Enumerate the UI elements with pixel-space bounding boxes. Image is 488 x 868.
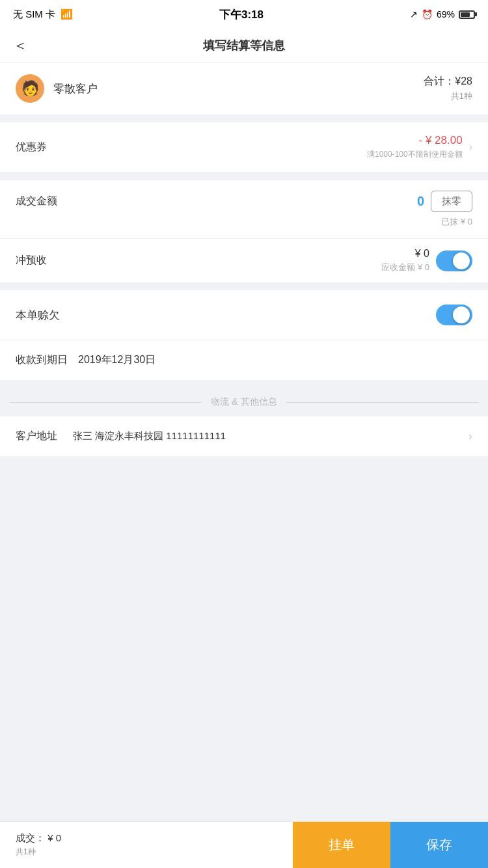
prepay-row: 冲预收 ¥ 0 应收金额 ¥ 0 [0, 238, 488, 282]
status-time: 下午3:18 [219, 7, 264, 22]
customer-total: 合计：¥28 共1种 [424, 75, 472, 102]
hold-button[interactable]: 挂单 [293, 822, 390, 869]
prepay-right: ¥ 0 应收金额 ¥ 0 [381, 248, 472, 273]
bottom-count: 共1种 [16, 847, 277, 858]
bottom-bar: 成交： ¥ 0 共1种 挂单 保存 [0, 821, 488, 868]
status-left: 无 SIM 卡 📶 [13, 8, 73, 21]
avatar: 🧑 [16, 74, 44, 103]
bottom-deal-text: 成交： ¥ 0 [16, 832, 277, 845]
credit-toggle-thumb [453, 306, 470, 323]
content-area: 🧑 零散客户 合计：¥28 共1种 优惠券 - ¥ 28.00 满1000-10… [0, 62, 488, 633]
battery-icon [459, 10, 475, 19]
logistics-line-right [286, 402, 479, 403]
transaction-right: 抹零 [372, 191, 472, 212]
divider-2 [0, 172, 488, 180]
prepay-toggle[interactable] [436, 251, 472, 271]
credit-row: 本单赊欠 [0, 290, 488, 340]
back-button[interactable]: ＜ [13, 38, 27, 53]
prepay-top: 冲预收 ¥ 0 应收金额 ¥ 0 [16, 248, 472, 273]
address-value: 张三 海淀永丰科技园 11111111111 [73, 430, 468, 442]
coupon-section: 优惠券 - ¥ 28.00 满1000-100不限制使用金额 › [0, 122, 488, 172]
transaction-row: 成交金额 抹零 已抹 ¥ 0 [0, 180, 488, 238]
save-button[interactable]: 保存 [390, 822, 488, 869]
coupon-row[interactable]: 优惠券 - ¥ 28.00 满1000-100不限制使用金额 › [0, 122, 488, 172]
total-count: 共1种 [424, 90, 472, 102]
address-row[interactable]: 客户地址 张三 海淀永丰科技园 11111111111 › [0, 416, 488, 456]
no-sim-text: 无 SIM 卡 [13, 8, 55, 21]
toggle-track [436, 251, 472, 271]
toggle-thumb [453, 252, 470, 269]
coupon-value-block: - ¥ 28.00 满1000-100不限制使用金额 [367, 134, 463, 160]
total-amount: 合计：¥28 [424, 75, 472, 88]
divider-5 [0, 456, 488, 586]
wifi-icon: 📶 [61, 8, 73, 20]
alarm-icon: ⏰ [422, 9, 433, 20]
customer-row: 🧑 零散客户 合计：¥28 共1种 [0, 62, 488, 115]
transaction-label: 成交金额 [16, 195, 57, 208]
location-icon: ↗ [410, 9, 418, 20]
bottom-info: 成交： ¥ 0 共1种 [0, 832, 293, 858]
credit-toggle[interactable] [436, 305, 472, 325]
transaction-section: 成交金额 抹零 已抹 ¥ 0 冲预收 ¥ 0 应收金额 ¥ 0 [0, 180, 488, 282]
logistics-line-left [9, 402, 202, 403]
page-title: 填写结算等信息 [203, 38, 285, 53]
transaction-input[interactable] [372, 194, 424, 209]
customer-name: 零散客户 [53, 81, 98, 96]
address-section: 客户地址 张三 海淀永丰科技园 11111111111 › [0, 416, 488, 456]
prepay-sub-value: 应收金额 ¥ 0 [381, 262, 429, 273]
logistics-section-header: 物流 & 其他信息 [0, 388, 488, 416]
divider-1 [0, 115, 488, 122]
due-date-label: 收款到期日 [16, 353, 68, 367]
prepay-label: 冲预收 [16, 254, 47, 267]
status-bar: 无 SIM 卡 📶 下午3:18 ↗ ⏰ 69% [0, 0, 488, 29]
coupon-right: - ¥ 28.00 满1000-100不限制使用金额 › [367, 134, 472, 160]
bottom-deal-label: 成交： [16, 832, 45, 843]
credit-label: 本单赊欠 [16, 308, 60, 323]
bottom-deal-value: ¥ 0 [47, 832, 61, 843]
due-date-row: 收款到期日 2019年12月30日 [0, 340, 488, 380]
transaction-sub: 已抹 ¥ 0 [16, 216, 472, 228]
battery-percent: 69% [437, 9, 455, 20]
coupon-value: - ¥ 28.00 [367, 134, 463, 147]
address-chevron-icon: › [468, 429, 472, 443]
logistics-text: 物流 & 其他信息 [211, 396, 277, 408]
prepay-main-value: ¥ 0 [381, 248, 429, 260]
prepay-value-block: ¥ 0 应收金额 ¥ 0 [381, 248, 429, 273]
transaction-top: 成交金额 抹零 [16, 191, 472, 212]
customer-section: 🧑 零散客户 合计：¥28 共1种 [0, 62, 488, 115]
divider-4 [0, 380, 488, 388]
customer-info: 🧑 零散客户 [16, 74, 98, 103]
round-off-button[interactable]: 抹零 [431, 191, 472, 212]
coupon-label: 优惠券 [16, 141, 47, 154]
nav-bar: ＜ 填写结算等信息 [0, 29, 488, 62]
divider-3 [0, 282, 488, 290]
coupon-desc: 满1000-100不限制使用金额 [367, 149, 463, 160]
chevron-right-icon: › [469, 141, 472, 153]
due-date-value: 2019年12月30日 [78, 353, 156, 367]
address-label: 客户地址 [16, 429, 68, 443]
credit-toggle-track [436, 305, 472, 325]
status-right: ↗ ⏰ 69% [410, 9, 475, 20]
credit-section: 本单赊欠 收款到期日 2019年12月30日 [0, 290, 488, 380]
